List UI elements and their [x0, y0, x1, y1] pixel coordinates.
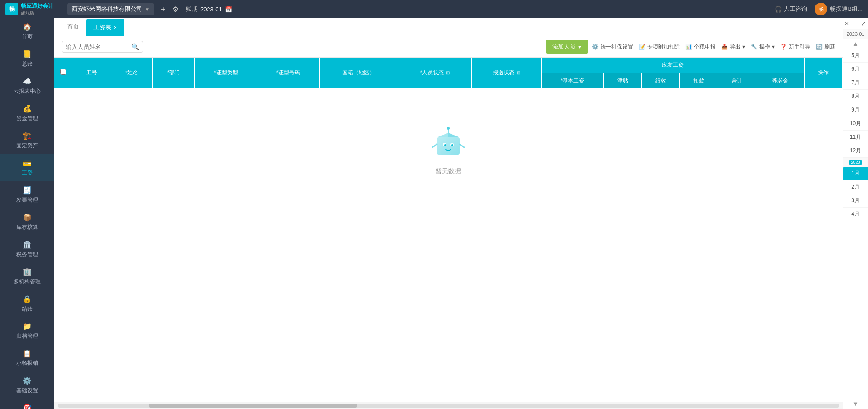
- operations-button[interactable]: 🔧 操作 ▾: [751, 43, 775, 51]
- help-icon: ❓: [780, 44, 787, 50]
- total-header: 合计: [718, 73, 756, 88]
- panel-close-button[interactable]: ×: [845, 20, 849, 27]
- export-icon: 📤: [721, 44, 728, 50]
- tab-home[interactable]: 首页: [60, 18, 86, 36]
- id-type-header: *证型类型: [194, 58, 257, 88]
- service-button[interactable]: 🎧 人工咨询: [775, 5, 807, 13]
- sidebar-item-ledger[interactable]: 📒 总账: [0, 45, 54, 73]
- select-all-checkbox[interactable]: [60, 69, 66, 75]
- headset-icon: 🎧: [775, 6, 782, 13]
- sidebar-item-salary[interactable]: 💳 工资: [0, 154, 54, 181]
- month-item-2022-12[interactable]: 12月: [843, 144, 868, 158]
- special-deduction-button[interactable]: 📝 专项附加扣除: [639, 43, 680, 51]
- empty-state: 暂无数据: [54, 88, 843, 212]
- sidebar-item-guide[interactable]: 🎯 新手引导: [0, 399, 54, 409]
- sidebar-item-fixed-assets[interactable]: 🏗️ 固定资产: [0, 127, 54, 154]
- sidebar-item-home[interactable]: 🏠 首页: [0, 18, 54, 45]
- sidebar-item-inventory[interactable]: 📦 库存核算: [0, 209, 54, 236]
- guide-button[interactable]: ❓ 新手引导: [780, 43, 810, 51]
- operations-header: 操作: [804, 58, 842, 88]
- nationality-header: 国籍（地区）: [320, 58, 398, 88]
- emp-no-header: 工号: [73, 58, 111, 88]
- export-chevron: ▾: [742, 44, 745, 50]
- sidebar-item-cloud-report[interactable]: ☁️ 云报表中心: [0, 73, 54, 100]
- panel-header: × ⤢: [843, 18, 868, 29]
- sidebar-item-base-settings[interactable]: ⚙️ 基础设置: [0, 372, 54, 399]
- sidebar-item-close-account[interactable]: 🔒 结账: [0, 290, 54, 317]
- inventory-icon: 📦: [23, 213, 32, 222]
- calendar-icon[interactable]: 📅: [225, 6, 232, 13]
- scroll-up-button[interactable]: ▲: [843, 39, 868, 49]
- company-selector[interactable]: 西安虾米网络科技有限公司 ▼: [67, 3, 154, 15]
- sidebar-item-fund[interactable]: 💰 资金管理: [0, 100, 54, 127]
- year-2023-badge: 2023: [849, 160, 861, 165]
- top-header: 畅 畅应通好会计 旗舰版 西安虾米网络科技有限公司 ▼ ＋ ⚙ 账期 2023-…: [0, 0, 868, 18]
- month-item-2022-11[interactable]: 11月: [843, 131, 868, 144]
- personal-tax-button[interactable]: 📊 个税申报: [685, 43, 716, 51]
- sidebar-item-archive[interactable]: 📁 归档管理: [0, 317, 54, 345]
- period-value: 2023-01: [200, 6, 222, 13]
- user-name: 畅摆通B组...: [830, 5, 863, 13]
- cloud-icon: ☁️: [23, 77, 32, 86]
- sidebar-label-salary: 工资: [22, 169, 33, 177]
- dept-header: *部门: [153, 58, 195, 88]
- sidebar-label-inventory: 库存核算: [16, 224, 38, 231]
- content-area: 首页 工资表 × 🔍 添加人员 ▼ ⚙️ 统一社保设置: [54, 18, 843, 409]
- month-item-2023-02[interactable]: 2月: [843, 180, 868, 194]
- month-item-2022-07[interactable]: 7月: [843, 76, 868, 90]
- refresh-button[interactable]: 🔄 刷新: [816, 43, 835, 51]
- base-salary-header: *基本工资: [541, 73, 604, 88]
- service-label: 人工咨询: [784, 5, 807, 13]
- month-item-2022-05[interactable]: 5月: [843, 49, 868, 63]
- search-input[interactable]: [66, 44, 130, 50]
- user-area: 畅 畅摆通B组...: [815, 3, 863, 15]
- sidebar-item-tax[interactable]: 🏛️ 税务管理: [0, 236, 54, 263]
- add-button[interactable]: ＋: [160, 5, 167, 14]
- empty-icon: [430, 124, 466, 160]
- month-item-2022-06[interactable]: 6月: [843, 63, 868, 76]
- add-employee-button[interactable]: 添加人员 ▼: [546, 40, 588, 54]
- tab-salary-table[interactable]: 工资表 ×: [86, 19, 124, 37]
- chevron-down-icon: ▼: [577, 44, 582, 49]
- horizontal-scrollbar[interactable]: [58, 404, 839, 408]
- base-settings-icon: ⚙️: [23, 376, 32, 385]
- close-account-icon: 🔒: [23, 295, 32, 303]
- sidebar-item-invoice[interactable]: 🧾 发票管理: [0, 181, 54, 209]
- fund-icon: 💰: [23, 104, 32, 113]
- period-label: 账期: [186, 5, 198, 13]
- social-security-icon: ⚙️: [592, 44, 599, 50]
- id-no-header: *证型号码: [257, 58, 320, 88]
- settings-icon[interactable]: ⚙: [172, 5, 179, 14]
- sidebar-item-multi-org[interactable]: 🏢 多机构管理: [0, 263, 54, 290]
- salary-table: 工号 *姓名 *部门 *证型类型 *证型号码 国籍（地区） *人员状态 ⊞ 报送…: [54, 58, 843, 212]
- deduction-header: 扣款: [680, 73, 718, 88]
- sidebar-label-expense: 小畅报销: [16, 360, 38, 367]
- filter-icon2[interactable]: ⊞: [517, 70, 520, 75]
- tab-salary-label: 工资表: [93, 24, 111, 32]
- ops-chevron: ▾: [772, 44, 775, 50]
- scrollbar-thumb[interactable]: [149, 404, 357, 408]
- scroll-bar-area: [54, 402, 843, 409]
- name-header: *姓名: [111, 58, 153, 88]
- company-name: 西安虾米网络科技有限公司: [72, 5, 142, 13]
- month-item-2022-09[interactable]: 9月: [843, 103, 868, 117]
- svg-line-7: [432, 144, 437, 147]
- filter-icon[interactable]: ⊞: [446, 70, 450, 75]
- month-item-2022-08[interactable]: 8月: [843, 90, 868, 103]
- export-button[interactable]: 📤 导出 ▾: [721, 43, 745, 51]
- period-display: 2023.01: [843, 29, 868, 39]
- sidebar-label-close: 结账: [22, 305, 33, 313]
- sidebar-label-ledger: 总账: [22, 60, 33, 68]
- close-icon[interactable]: ×: [114, 24, 117, 31]
- scroll-down-button[interactable]: ▼: [843, 399, 868, 409]
- month-item-2023-04[interactable]: 4月: [843, 208, 868, 221]
- sidebar-item-expense[interactable]: 📋 小畅报销: [0, 345, 54, 372]
- search-box[interactable]: 🔍: [62, 41, 143, 53]
- month-item-2023-01[interactable]: 1月: [843, 167, 868, 180]
- month-item-2022-10[interactable]: 10月: [843, 117, 868, 131]
- performance-header: 绩效: [642, 73, 680, 88]
- right-header: 🎧 人工咨询 畅 畅摆通B组...: [775, 3, 863, 15]
- panel-expand-button[interactable]: ⤢: [861, 20, 866, 27]
- social-security-button[interactable]: ⚙️ 统一社保设置: [592, 43, 633, 51]
- month-item-2023-03[interactable]: 3月: [843, 194, 868, 208]
